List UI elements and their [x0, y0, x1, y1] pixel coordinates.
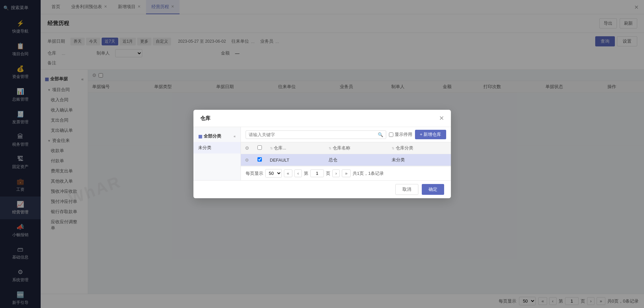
modal-footer-bar: 每页显示 50 « ‹ 第 页 › » 共1页，1条记录: [241, 166, 451, 180]
modal-col-checkbox: [253, 142, 266, 154]
modal-col-name: ⇅ 仓库名称: [325, 142, 388, 154]
modal-toolbar: 🔍 显示停用 + 新增仓库: [241, 127, 451, 142]
modal-page-text: 第: [304, 170, 308, 177]
table-row[interactable]: ⚙ DEFAULT 总仓 未分类: [241, 154, 451, 166]
confirm-button[interactable]: 确定: [422, 184, 444, 195]
sort-cat-icon: ⇅: [392, 146, 394, 150]
row-checkbox[interactable]: [257, 157, 262, 162]
show-disabled-checkbox[interactable]: [389, 132, 393, 137]
modal-search-input[interactable]: [249, 132, 377, 137]
modal-first-page-btn[interactable]: «: [284, 169, 292, 177]
modal-col-category: ⇅ 仓库分类: [388, 142, 451, 154]
show-disabled-label: 显示停用: [389, 131, 412, 138]
modal-select-all-checkbox[interactable]: [257, 145, 262, 150]
warehouse-modal: 仓库 ✕ ▦ 全部分类 « 未分类 🔍: [193, 110, 451, 198]
modal-total-info: 共1页，1条记录: [353, 170, 384, 177]
sort-asc-icon: ⇅: [270, 146, 273, 150]
modal-header: 仓库 ✕: [193, 110, 451, 127]
modal-sidebar-all[interactable]: ▦ 全部分类 «: [193, 130, 241, 142]
modal-table: ⚙ ⇅ 仓库... ⇅: [241, 142, 451, 166]
modal-page-size-label: 每页显示: [246, 170, 263, 177]
modal-actions: 取消 确定: [193, 180, 451, 198]
modal-overlay: 仓库 ✕ ▦ 全部分类 « 未分类 🔍: [0, 0, 644, 308]
modal-table-wrap: ⚙ ⇅ 仓库... ⇅: [241, 142, 451, 166]
modal-page-size-select[interactable]: 50: [265, 169, 282, 178]
modal-search-box: 🔍: [246, 130, 387, 139]
modal-table-gear-icon[interactable]: ⚙: [245, 145, 249, 151]
row-checkbox-cell: [253, 154, 266, 166]
modal-content-right: 🔍 显示停用 + 新增仓库 ⚙: [241, 127, 451, 180]
modal-col-code: ⇅ 仓库...: [266, 142, 325, 154]
modal-sidebar: ▦ 全部分类 « 未分类: [193, 127, 241, 180]
modal-sidebar-uncat[interactable]: 未分类: [193, 142, 241, 153]
modal-title: 仓库: [200, 115, 210, 122]
modal-page-input[interactable]: [310, 169, 324, 177]
row-gear-cell: ⚙: [241, 154, 253, 166]
modal-grid-icon: ▦: [198, 134, 202, 139]
modal-next-page-btn[interactable]: ›: [332, 169, 340, 177]
modal-pagination: 每页显示 50 « ‹ 第 页 › » 共1页，1条记录: [246, 169, 384, 178]
modal-last-page-btn[interactable]: »: [342, 169, 350, 177]
row-category-cell: 未分类: [388, 154, 451, 166]
modal-body: ▦ 全部分类 « 未分类 🔍 显示停用: [193, 127, 451, 180]
row-name-cell: 总仓: [325, 154, 388, 166]
modal-page-text2: 页: [326, 170, 330, 177]
add-warehouse-button[interactable]: + 新增仓库: [415, 130, 446, 139]
sort-name-icon: ⇅: [329, 146, 331, 150]
row-gear-icon: ⚙: [245, 158, 249, 163]
cancel-button[interactable]: 取消: [395, 184, 418, 195]
modal-collapse-icon[interactable]: «: [233, 134, 235, 138]
modal-close-button[interactable]: ✕: [439, 115, 444, 122]
row-code-cell: DEFAULT: [266, 154, 325, 166]
modal-col-gear: ⚙: [241, 142, 253, 154]
modal-prev-page-btn[interactable]: ‹: [294, 169, 302, 177]
modal-search-icon[interactable]: 🔍: [378, 132, 383, 137]
